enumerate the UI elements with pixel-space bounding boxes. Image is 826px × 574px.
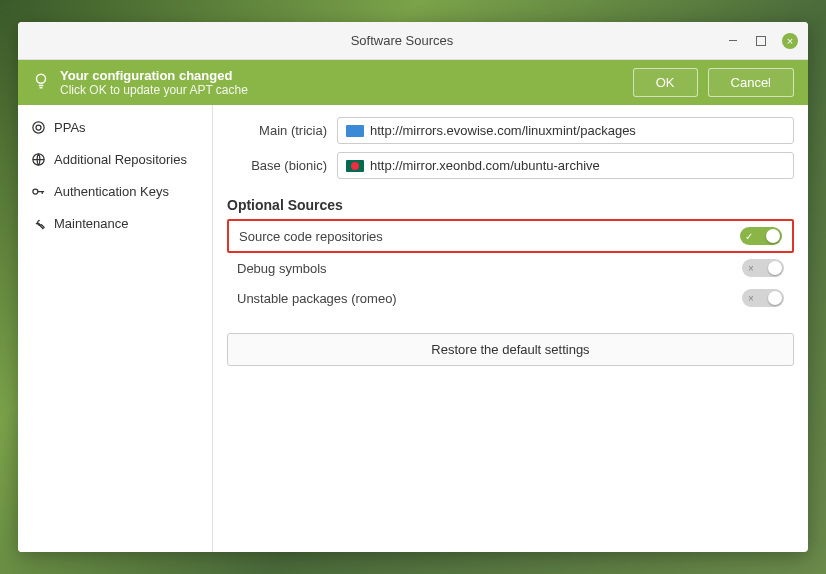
- cancel-button[interactable]: Cancel: [708, 68, 794, 97]
- notification-title: Your configuration changed: [60, 68, 623, 83]
- sidebar-item-label: Additional Repositories: [54, 152, 187, 167]
- window-controls: ×: [726, 33, 798, 49]
- option-source-code-repositories: Source code repositories ✓: [227, 219, 794, 253]
- toggle-unstable-packages[interactable]: ×: [742, 289, 784, 307]
- wrench-icon: [30, 215, 46, 231]
- software-sources-window: Software Sources × Your configuration ch…: [18, 22, 808, 552]
- maximize-button[interactable]: [754, 34, 768, 48]
- mirror-row-base: Base (bionic) http://mirror.xeonbd.com/u…: [227, 152, 794, 179]
- close-button[interactable]: ×: [782, 33, 798, 49]
- sidebar-item-maintenance[interactable]: Maintenance: [18, 207, 212, 239]
- sidebar-item-additional-repositories[interactable]: Additional Repositories: [18, 143, 212, 175]
- option-label: Debug symbols: [237, 261, 327, 276]
- mirror-row-main: Main (tricia) http://mirrors.evowise.com…: [227, 117, 794, 144]
- mirror-base-label: Base (bionic): [227, 158, 327, 173]
- svg-point-2: [36, 125, 41, 130]
- key-icon: [30, 183, 46, 199]
- toggle-source-code[interactable]: ✓: [740, 227, 782, 245]
- mirror-base-field[interactable]: http://mirror.xeonbd.com/ubuntu-archive: [337, 152, 794, 179]
- target-icon: [30, 119, 46, 135]
- ok-button[interactable]: OK: [633, 68, 698, 97]
- main-panel: Main (tricia) http://mirrors.evowise.com…: [213, 105, 808, 552]
- mirror-base-url: http://mirror.xeonbd.com/ubuntu-archive: [370, 158, 600, 173]
- sidebar-item-label: Maintenance: [54, 216, 128, 231]
- mirror-main-label: Main (tricia): [227, 123, 327, 138]
- window-title: Software Sources: [78, 33, 726, 48]
- sidebar-item-label: PPAs: [54, 120, 86, 135]
- option-label: Unstable packages (romeo): [237, 291, 397, 306]
- svg-point-0: [37, 74, 46, 83]
- sidebar-item-label: Authentication Keys: [54, 184, 169, 199]
- svg-point-4: [32, 189, 37, 194]
- option-unstable-packages: Unstable packages (romeo) ×: [227, 283, 794, 313]
- lightbulb-icon: [32, 72, 50, 94]
- flag-icon: [346, 160, 364, 172]
- globe-icon: [30, 151, 46, 167]
- toggle-debug-symbols[interactable]: ×: [742, 259, 784, 277]
- notification-subtitle: Click OK to update your APT cache: [60, 83, 623, 97]
- optional-sources-heading: Optional Sources: [227, 197, 794, 213]
- titlebar: Software Sources ×: [18, 22, 808, 60]
- option-label: Source code repositories: [239, 229, 383, 244]
- svg-point-1: [32, 121, 43, 132]
- notification-bar: Your configuration changed Click OK to u…: [18, 60, 808, 105]
- minimize-button[interactable]: [726, 34, 740, 48]
- sidebar-item-ppas[interactable]: PPAs: [18, 111, 212, 143]
- sidebar-item-authentication-keys[interactable]: Authentication Keys: [18, 175, 212, 207]
- mirror-main-url: http://mirrors.evowise.com/linuxmint/pac…: [370, 123, 636, 138]
- option-debug-symbols: Debug symbols ×: [227, 253, 794, 283]
- mirror-main-field[interactable]: http://mirrors.evowise.com/linuxmint/pac…: [337, 117, 794, 144]
- flag-icon: [346, 125, 364, 137]
- restore-defaults-button[interactable]: Restore the default settings: [227, 333, 794, 366]
- sidebar: PPAs Additional Repositories Authenticat…: [18, 105, 213, 552]
